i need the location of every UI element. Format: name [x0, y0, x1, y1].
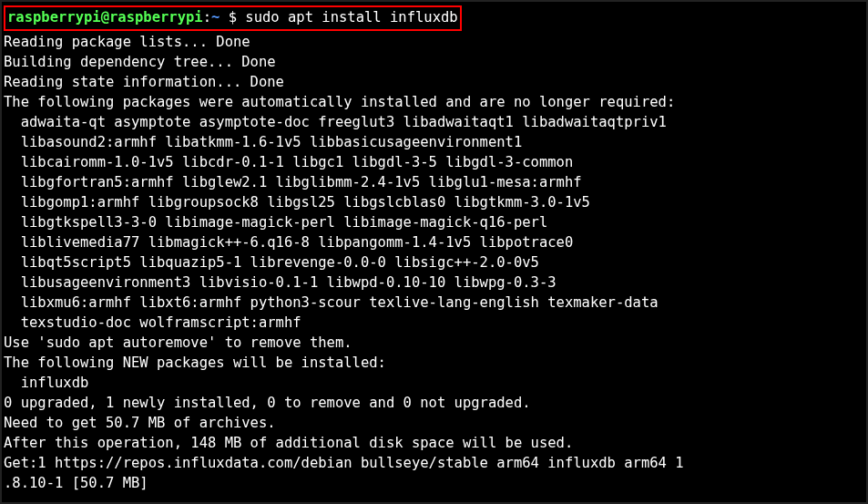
terminal-output-line: influxdb — [4, 373, 864, 393]
terminal-output-line: texstudio-doc wolframscript:armhf — [4, 313, 864, 333]
terminal-output-line: Get:1 https://repos.influxdata.com/debia… — [4, 453, 864, 473]
terminal-output-line: libcairomm-1.0-1v5 libcdr-0.1-1 libgc1 l… — [4, 152, 864, 172]
terminal-output-line: libgfortran5:armhf libglew2.1 libglibmm-… — [4, 172, 864, 192]
terminal-output-line: libgomp1:armhf libgroupsock8 libgsl25 li… — [4, 192, 864, 212]
terminal-output-line: liblivemedia77 libmagick++-6.q16-8 libpa… — [4, 232, 864, 252]
prompt-user: raspberrypi@raspberrypi — [7, 9, 203, 26]
terminal-output-line: libxmu6:armhf libxt6:armhf python3-scour… — [4, 293, 864, 313]
prompt-dollar: $ — [220, 9, 245, 26]
terminal-output-line: libgtkspell3-3-0 libimage-magick-perl li… — [4, 212, 864, 232]
command-highlight-box: raspberrypi@raspberrypi:~ $ sudo apt ins… — [4, 5, 462, 31]
terminal-output-line: libusageenvironment3 libvisio-0.1-1 libw… — [4, 273, 864, 293]
terminal-output-line: Need to get 50.7 MB of archives. — [4, 413, 864, 433]
terminal-output-line: After this operation, 148 MB of addition… — [4, 433, 864, 453]
terminal-output-line: Reading state information... Done — [4, 72, 864, 92]
terminal-output-line: Reading package lists... Done — [4, 32, 864, 52]
terminal-output-line: adwaita-qt asymptote asymptote-doc freeg… — [4, 112, 864, 132]
terminal-output-line: .8.10-1 [50.7 MB] — [4, 473, 864, 493]
terminal-output-line: libqt5script5 libquazip5-1 librevenge-0.… — [4, 252, 864, 273]
terminal-output-line: The following packages were automaticall… — [4, 92, 864, 112]
prompt-path: ~ — [211, 9, 220, 26]
prompt-colon: : — [203, 9, 211, 26]
terminal-output-line: The following NEW packages will be insta… — [4, 353, 864, 373]
terminal-output-line: libasound2:armhf libatkmm-1.6-1v5 libbas… — [4, 132, 864, 152]
command-text[interactable]: sudo apt install influxdb — [245, 9, 457, 26]
terminal-output-line: Building dependency tree... Done — [4, 52, 864, 72]
terminal-output-line: 0 upgraded, 1 newly installed, 0 to remo… — [4, 393, 864, 413]
terminal-output-line: Use 'sudo apt autoremove' to remove them… — [4, 333, 864, 353]
